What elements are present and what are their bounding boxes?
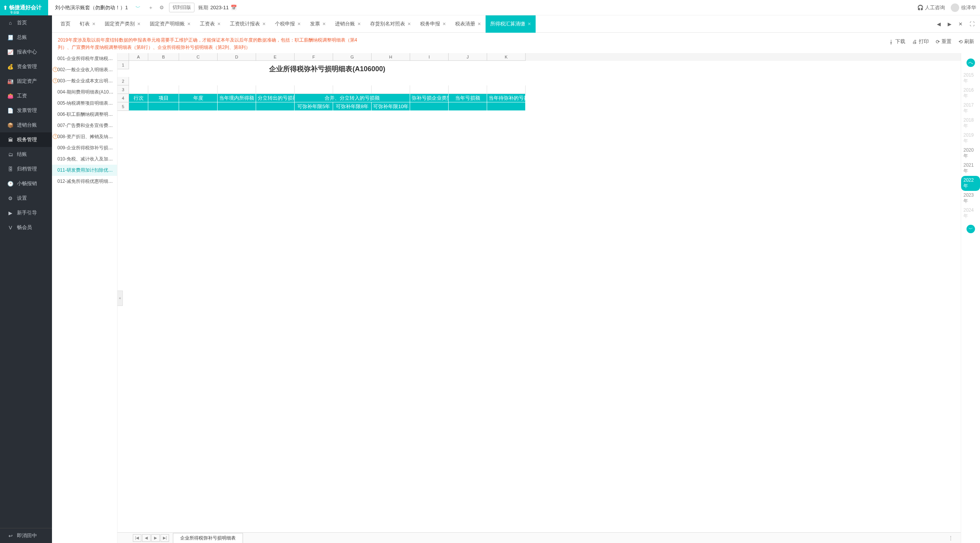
sidebar-item-4[interactable]: 🏭固定资产 bbox=[0, 74, 52, 89]
sidebar-item-1[interactable]: 🧾总账 bbox=[0, 30, 52, 45]
gear-icon[interactable]: ⚙ bbox=[159, 5, 164, 10]
sidebar-item-11[interactable]: 🕑小畅报销 bbox=[0, 176, 52, 191]
year-5[interactable]: 2020年 bbox=[961, 146, 980, 161]
tab-1[interactable]: 钉表✕ bbox=[75, 15, 100, 33]
year-7[interactable]: 2022年 bbox=[961, 176, 980, 191]
form-list-item-3[interactable]: 004-期间费用明细表(A1040... bbox=[52, 87, 117, 98]
cell[interactable] bbox=[487, 102, 526, 111]
form-list-item-4[interactable]: 005-纳税调整项目明细表(A1... bbox=[52, 98, 117, 109]
form-list-item-8[interactable]: 009-企业所得税弥补亏损明... bbox=[52, 142, 117, 154]
cell[interactable]: 行次 bbox=[129, 94, 148, 102]
tabs-prev-icon[interactable]: ◀ bbox=[935, 21, 942, 27]
switch-old-button[interactable]: 切到旧版 bbox=[169, 3, 194, 12]
cell[interactable]: 可弥补年限8年 bbox=[333, 102, 372, 111]
cell[interactable] bbox=[218, 85, 256, 94]
close-icon[interactable]: ✕ bbox=[407, 22, 411, 27]
close-icon[interactable]: ✕ bbox=[262, 22, 266, 27]
cell[interactable] bbox=[372, 85, 410, 94]
sidebar-footer-item[interactable]: ↩ 即消田中 bbox=[0, 528, 52, 543]
year-up-icon[interactable]: へ bbox=[967, 58, 975, 67]
collapse-handle-icon[interactable]: « bbox=[117, 291, 123, 306]
fullscreen-icon[interactable]: ⛶ bbox=[968, 21, 976, 27]
form-list-item-9[interactable]: 010-免税、减计收入及加计... bbox=[52, 154, 117, 165]
sidebar-item-5[interactable]: 👛工资 bbox=[0, 89, 52, 103]
sheet-prev-icon[interactable]: ◀ bbox=[142, 534, 151, 542]
cell[interactable] bbox=[410, 85, 449, 94]
form-list-item-2[interactable]: 003-一般企业成本支出明细... bbox=[52, 75, 117, 87]
sheet-tab[interactable]: 企业所得税弥补亏损明细表 bbox=[173, 533, 243, 543]
tab-6[interactable]: 个税申报✕ bbox=[270, 15, 305, 33]
cell[interactable] bbox=[295, 85, 333, 94]
year-6[interactable]: 2021年 bbox=[961, 161, 980, 176]
cell[interactable] bbox=[129, 102, 148, 111]
print-button[interactable]: 🖨打印 bbox=[912, 38, 929, 45]
cell[interactable] bbox=[256, 102, 295, 111]
reset-button[interactable]: ⟳重置 bbox=[936, 38, 952, 45]
cell[interactable]: 当年亏损额 bbox=[449, 94, 487, 102]
calendar-icon[interactable]: 📅 bbox=[231, 5, 237, 10]
spreadsheet[interactable]: ABCDEFGHIJK 1企业所得税弥补亏损明细表(A106000)234行次项… bbox=[117, 53, 961, 532]
close-icon[interactable]: ✕ bbox=[528, 22, 531, 27]
cell[interactable] bbox=[148, 85, 179, 94]
tabs-next-icon[interactable]: ▶ bbox=[946, 21, 953, 27]
cell[interactable] bbox=[410, 102, 449, 111]
close-icon[interactable]: ✕ bbox=[217, 22, 221, 27]
tab-8[interactable]: 进销台账✕ bbox=[330, 15, 365, 33]
close-icon[interactable]: ✕ bbox=[477, 22, 481, 27]
cell[interactable]: 可弥补年限5年 bbox=[295, 102, 333, 111]
cell[interactable] bbox=[179, 102, 218, 111]
form-list-item-7[interactable]: 008-资产折旧、摊销及纳税... bbox=[52, 131, 117, 142]
form-list-item-0[interactable]: 001-企业所得税年度纳税申... bbox=[52, 53, 117, 64]
cell[interactable] bbox=[333, 85, 372, 94]
period-value[interactable]: 2023-11 bbox=[210, 5, 229, 10]
close-icon[interactable]: ✕ bbox=[187, 22, 191, 27]
close-icon[interactable]: ✕ bbox=[357, 22, 361, 27]
user-menu[interactable]: 徐泽华 bbox=[951, 3, 976, 12]
tab-11[interactable]: 税表清册✕ bbox=[451, 15, 486, 33]
cell[interactable]: 当年境内所得额 bbox=[218, 94, 256, 102]
cell[interactable] bbox=[179, 85, 218, 94]
form-list-item-1[interactable]: 002-一般企业收入明细表(A1... bbox=[52, 64, 117, 75]
year-8[interactable]: 2023年 bbox=[961, 191, 980, 206]
cell[interactable]: 弥补亏损企业类型 bbox=[410, 94, 449, 102]
tab-7[interactable]: 发票✕ bbox=[305, 15, 330, 33]
form-list-item-11[interactable]: 012-减免所得税优惠明细表(... bbox=[52, 176, 117, 187]
sidebar-item-7[interactable]: 📦进销台账 bbox=[0, 118, 52, 132]
year-down-icon[interactable]: ﹀ bbox=[967, 225, 975, 233]
tab-2[interactable]: 固定资产类别✕ bbox=[100, 15, 145, 33]
cell[interactable]: 项目 bbox=[148, 94, 179, 102]
cell[interactable] bbox=[449, 102, 487, 111]
cell[interactable]: 年度 bbox=[179, 94, 218, 102]
sheet-more-icon[interactable]: ⋮ bbox=[948, 535, 953, 541]
sidebar-item-9[interactable]: 🗂结账 bbox=[0, 147, 52, 162]
sidebar-item-14[interactable]: V畅会员 bbox=[0, 220, 52, 235]
tab-3[interactable]: 固定资产明细账✕ bbox=[145, 15, 195, 33]
close-icon[interactable]: ✕ bbox=[297, 22, 301, 27]
tab-5[interactable]: 工资统计报表✕ bbox=[225, 15, 270, 33]
sidebar-item-10[interactable]: 🗄归档管理 bbox=[0, 162, 52, 176]
download-button[interactable]: ⭳下载 bbox=[889, 38, 905, 45]
cell[interactable] bbox=[256, 85, 295, 94]
sidebar-item-3[interactable]: 💰资金管理 bbox=[0, 59, 52, 74]
sidebar-item-8[interactable]: 🏛税务管理 bbox=[0, 132, 52, 147]
tab-9[interactable]: 存货别名对照表✕ bbox=[365, 15, 415, 33]
form-list-item-6[interactable]: 007-广告费和业务宣传费跨... bbox=[52, 120, 117, 131]
cell[interactable]: 合并、分立转入的亏损额 bbox=[295, 94, 410, 102]
cell[interactable] bbox=[218, 102, 256, 111]
cell[interactable] bbox=[449, 85, 487, 94]
tab-12[interactable]: 所得税汇算清缴✕ bbox=[486, 15, 536, 33]
close-icon[interactable]: ✕ bbox=[137, 22, 141, 27]
sidebar-item-13[interactable]: ▶新手引导 bbox=[0, 206, 52, 220]
tabs-close-all-icon[interactable]: ✕ bbox=[957, 21, 964, 27]
tab-10[interactable]: 税务申报✕ bbox=[415, 15, 451, 33]
account-dropdown-icon[interactable]: ﹀ bbox=[136, 4, 141, 11]
sheet-first-icon[interactable]: |◀ bbox=[133, 534, 141, 542]
account-name[interactable]: 刘小艳演示账套（勿删勿动！）1 bbox=[52, 4, 131, 11]
add-icon[interactable]: ＋ bbox=[148, 4, 153, 11]
tab-0[interactable]: 首页 bbox=[56, 15, 75, 33]
cell[interactable]: 分立转出的亏损额 bbox=[256, 94, 295, 102]
form-list-item-10[interactable]: 011-研发费用加计扣除优惠... bbox=[52, 165, 117, 176]
cell[interactable] bbox=[129, 85, 148, 94]
sheet-last-icon[interactable]: ▶| bbox=[161, 534, 169, 542]
cell[interactable] bbox=[148, 102, 179, 111]
